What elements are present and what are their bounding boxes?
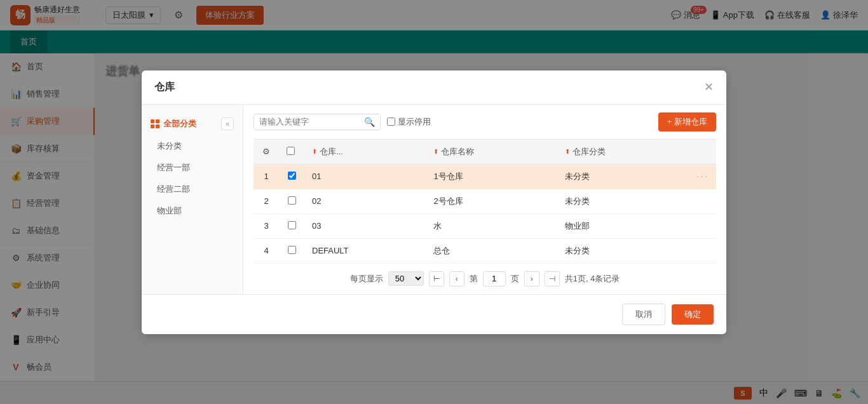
all-categories-label: 全部分类: [151, 118, 196, 130]
category-item-uncategorized[interactable]: 未分类: [142, 135, 243, 157]
table-toolbar: 🔍 显示停用 + 新增仓库: [254, 112, 716, 131]
row-checkbox[interactable]: [288, 172, 296, 180]
row-name: 2号仓库: [426, 189, 557, 213]
row-index: 2: [254, 189, 279, 213]
modal-header: 仓库 ✕: [142, 71, 726, 105]
grid-icon: [151, 119, 159, 128]
prev-page-button[interactable]: ‹: [449, 271, 465, 286]
row-checkbox[interactable]: [288, 221, 296, 229]
row-code: DEFAULT: [304, 238, 426, 263]
row-checkbox[interactable]: [288, 246, 296, 254]
col-header-code: ⬆ 仓库...: [304, 139, 426, 164]
col-header-actions: [689, 139, 716, 164]
search-input[interactable]: [259, 117, 364, 126]
new-warehouse-button[interactable]: + 新增仓库: [658, 112, 716, 131]
table-row: 3 03 水 物业部: [254, 213, 716, 238]
next-page-button[interactable]: ›: [524, 271, 539, 286]
search-icon: 🔍: [364, 117, 375, 127]
category-item-dept1[interactable]: 经营一部: [142, 157, 243, 178]
row-category: 未分类: [557, 189, 689, 213]
collapse-button[interactable]: «: [221, 118, 234, 130]
page-size-select: 50 100 200: [388, 271, 424, 286]
row-category: 未分类: [557, 164, 689, 189]
row-checkbox[interactable]: [288, 196, 296, 205]
sort-icon-name: ⬆: [433, 148, 438, 155]
cancel-button[interactable]: 取消: [622, 304, 665, 325]
page-number-input[interactable]: [483, 271, 506, 286]
category-item-dept2[interactable]: 经营二部: [142, 178, 243, 200]
search-input-wrap: 🔍: [254, 114, 381, 130]
modal-footer: 取消 确定: [142, 294, 726, 334]
col-header-settings: ⚙: [254, 139, 279, 164]
settings-icon: ⚙: [262, 147, 270, 156]
row-checkbox-cell: [279, 189, 304, 213]
table-row: 1 01 1号仓库 未分类 ···: [254, 164, 716, 189]
table-row: 2 02 2号仓库 未分类: [254, 189, 716, 213]
row-actions: ···: [689, 164, 716, 189]
row-code: 02: [304, 189, 426, 213]
warehouse-table: ⚙ ⬆ 仓库...: [254, 139, 716, 264]
col-header-category: ⬆ 仓库分类: [557, 139, 689, 164]
table-area: 🔍 显示停用 + 新增仓库 ⚙: [243, 105, 726, 294]
select-all-checkbox[interactable]: [287, 147, 295, 155]
warehouse-modal: 仓库 ✕ 全部分类 « 未分类 经营一部 经营二部 物业部: [142, 71, 726, 334]
row-actions: [689, 238, 716, 263]
row-checkbox-cell: [279, 164, 304, 189]
category-item-property[interactable]: 物业部: [142, 200, 243, 222]
row-index: 3: [254, 213, 279, 238]
modal-close-button[interactable]: ✕: [704, 81, 714, 93]
modal-title: 仓库: [154, 81, 175, 94]
category-all-header[interactable]: 全部分类 «: [142, 112, 243, 135]
confirm-button[interactable]: 确定: [672, 304, 714, 325]
row-name: 总仓: [426, 238, 557, 263]
row-category: 物业部: [557, 213, 689, 238]
row-checkbox-cell: [279, 213, 304, 238]
row-code: 01: [304, 164, 426, 189]
row-index: 4: [254, 238, 279, 263]
show-disabled-checkbox[interactable]: [387, 118, 395, 126]
row-checkbox-cell: [279, 238, 304, 263]
more-actions-button[interactable]: ···: [696, 171, 709, 182]
sort-icon: ⬆: [312, 148, 317, 155]
table-container: ⚙ ⬆ 仓库...: [254, 139, 716, 264]
row-name: 水: [426, 213, 557, 238]
show-disabled-option[interactable]: 显示停用: [387, 116, 431, 128]
row-actions: [689, 213, 716, 238]
row-index: 1: [254, 164, 279, 189]
row-name: 1号仓库: [426, 164, 557, 189]
first-page-button[interactable]: ⊢: [429, 271, 444, 286]
total-info: 共1页, 4条记录: [565, 273, 620, 285]
row-code: 03: [304, 213, 426, 238]
col-header-checkbox: [279, 139, 304, 164]
row-category: 未分类: [557, 238, 689, 263]
row-actions: [689, 189, 716, 213]
last-page-button[interactable]: ⊣: [545, 271, 560, 286]
category-sidebar: 全部分类 « 未分类 经营一部 经营二部 物业部: [142, 105, 243, 294]
col-header-name: ⬆ 仓库名称: [426, 139, 557, 164]
modal-body: 全部分类 « 未分类 经营一部 经营二部 物业部 🔍: [142, 105, 726, 294]
pagination: 每页显示 50 100 200 ⊢ ‹ 第 页 › ⊣ 共: [254, 271, 716, 286]
table-row: 4 DEFAULT 总仓 未分类: [254, 238, 716, 263]
modal-overlay: 仓库 ✕ 全部分类 « 未分类 经营一部 经营二部 物业部: [0, 0, 868, 404]
page-size-dropdown[interactable]: 50 100 200: [388, 271, 424, 286]
sort-icon-cat: ⬆: [565, 148, 570, 155]
